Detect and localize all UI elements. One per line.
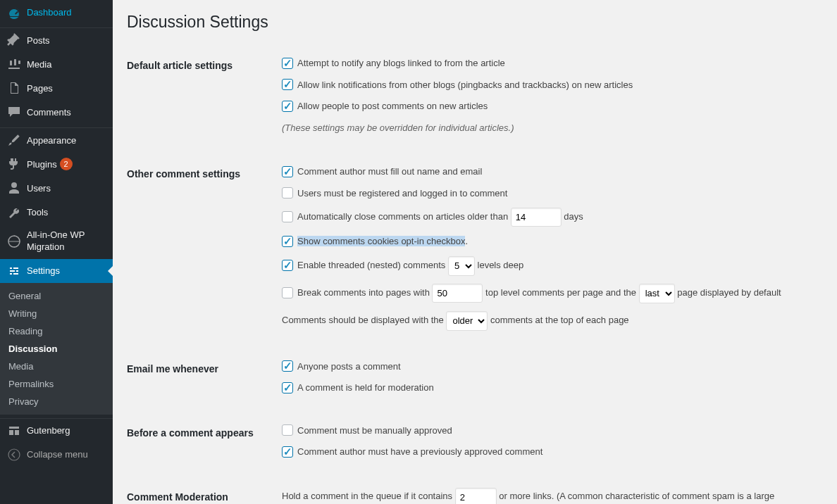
svg-point-1 <box>8 449 20 460</box>
row-allow-pingbacks[interactable]: Allow link notifications from other blog… <box>282 78 816 92</box>
label-text: levels deep <box>475 260 523 270</box>
label-text: Attempt to notify any blogs linked to fr… <box>297 58 505 68</box>
input-comments-per-page[interactable] <box>432 284 483 303</box>
label-text: Hold a comment in the queue if it contai… <box>282 491 455 501</box>
sidebar-item-settings[interactable]: Settings <box>0 259 113 283</box>
row-prev-approved[interactable]: Comment author must have a previously ap… <box>282 445 816 459</box>
sidebar-label: All-in-One WP Migration <box>27 229 106 253</box>
row-email-moderation[interactable]: A comment is held for moderation <box>282 381 816 395</box>
submenu-general[interactable]: General <box>0 287 113 305</box>
checkbox-email-new[interactable] <box>282 360 293 372</box>
settings-submenu: General Writing Reading Discussion Media… <box>0 283 113 415</box>
page-title: Discussion Settings <box>127 13 823 32</box>
row-email-new-comment[interactable]: Anyone posts a comment <box>282 360 816 374</box>
admin-sidebar: Dashboard Posts Media Pages Comments App… <box>0 0 113 504</box>
brush-icon <box>7 133 21 147</box>
label-text: days <box>562 211 583 222</box>
section-default-article: Default article settings <box>127 46 275 154</box>
sidebar-item-media[interactable]: Media <box>0 52 113 76</box>
row-name-email[interactable]: Comment author must fill out name and em… <box>282 165 816 179</box>
section-moderation: Comment Moderation <box>127 477 275 505</box>
submenu-reading[interactable]: Reading <box>0 322 113 340</box>
row-notify-blogs[interactable]: Attempt to notify any blogs linked to fr… <box>282 56 816 70</box>
users-icon <box>7 181 21 195</box>
sidebar-item-posts[interactable]: Posts <box>0 28 113 52</box>
checkbox-autoclose[interactable] <box>282 211 293 222</box>
sidebar-item-dashboard[interactable]: Dashboard <box>0 0 113 24</box>
checkbox-allow-comments[interactable] <box>282 101 293 112</box>
sidebar-label: Tools <box>27 207 48 218</box>
sidebar-label: Media <box>27 59 51 70</box>
select-thread-depth[interactable]: 5 <box>448 256 475 276</box>
label-text: comments at the top of each page <box>488 315 628 325</box>
comments-icon <box>7 105 21 119</box>
input-max-links[interactable] <box>455 488 497 505</box>
label-text: or more links. (A common characteristic … <box>497 491 774 501</box>
override-note: (These settings may be overridden for in… <box>282 121 816 135</box>
pin-icon <box>7 33 21 47</box>
row-threaded[interactable]: Enable threaded (nested) comments 5 leve… <box>282 256 816 276</box>
checkbox-paginate[interactable] <box>282 287 293 298</box>
checkbox-prev-approved[interactable] <box>282 446 293 458</box>
section-email-me: Email me whenever <box>127 349 275 413</box>
sidebar-item-comments[interactable]: Comments <box>0 100 113 124</box>
sidebar-label: Gutenberg <box>27 425 70 436</box>
sidebar-item-users[interactable]: Users <box>0 176 113 200</box>
label-text: Comment author must fill out name and em… <box>297 166 482 177</box>
label-text: Anyone posts a comment <box>297 361 401 372</box>
sidebar-label: Settings <box>27 265 60 276</box>
collapse-menu[interactable]: Collapse menu <box>0 443 113 467</box>
sidebar-label: Plugins <box>27 159 57 170</box>
section-other-comment: Other comment settings <box>127 154 275 349</box>
select-default-page[interactable]: last <box>639 284 675 303</box>
pages-icon <box>7 81 21 95</box>
label-text: A comment is held for moderation <box>297 382 434 393</box>
sidebar-label: Comments <box>27 107 71 118</box>
update-count-badge: 2 <box>60 158 73 170</box>
submenu-permalinks[interactable]: Permalinks <box>0 375 113 393</box>
row-paginate[interactable]: Break comments into pages with top level… <box>282 284 816 303</box>
label-text: Automatically close comments on articles… <box>297 211 511 222</box>
dashboard-icon <box>7 5 21 19</box>
checkbox-allow-pingbacks[interactable] <box>282 79 293 90</box>
checkbox-email-moderation[interactable] <box>282 382 293 393</box>
checkbox-name-email[interactable] <box>282 166 293 177</box>
label-text: top level comments per page and the <box>483 287 638 298</box>
label-text: Comments should be displayed with the <box>282 315 446 325</box>
checkbox-notify-blogs[interactable] <box>282 58 293 69</box>
checkbox-cookies-optin[interactable] <box>282 236 293 247</box>
tools-icon <box>7 205 21 219</box>
plugin-icon <box>7 157 21 171</box>
row-autoclose[interactable]: Automatically close comments on articles… <box>282 208 816 227</box>
row-allow-comments[interactable]: Allow people to post comments on new art… <box>282 99 816 113</box>
row-cookies-optin[interactable]: Show comments cookies opt-in checkbox. <box>282 234 816 248</box>
submenu-writing[interactable]: Writing <box>0 305 113 322</box>
collapse-label: Collapse menu <box>27 449 88 460</box>
sidebar-item-gutenberg[interactable]: Gutenberg <box>0 419 113 443</box>
checkbox-registered[interactable] <box>282 187 293 199</box>
settings-icon <box>7 264 21 278</box>
checkbox-manual-approve[interactable] <box>282 424 293 436</box>
submenu-privacy[interactable]: Privacy <box>0 393 113 410</box>
sidebar-item-pages[interactable]: Pages <box>0 76 113 100</box>
label-text: Comment author must have a previously ap… <box>297 446 542 457</box>
row-registered[interactable]: Users must be registered and logged in t… <box>282 187 816 201</box>
sidebar-item-tools[interactable]: Tools <box>0 200 113 224</box>
label-text: Comment must be manually approved <box>297 425 452 436</box>
sidebar-label: Posts <box>27 35 50 46</box>
sidebar-item-plugins[interactable]: Plugins 2 <box>0 152 113 176</box>
label-text: Show comments cookies opt-in checkbox <box>297 236 465 246</box>
select-comment-order[interactable]: older <box>446 311 488 331</box>
input-autoclose-days[interactable] <box>511 208 562 227</box>
sidebar-label: Users <box>27 183 51 194</box>
checkbox-threaded[interactable] <box>282 260 293 271</box>
media-icon <box>7 57 21 71</box>
submenu-media[interactable]: Media <box>0 358 113 375</box>
submenu-discussion[interactable]: Discussion <box>0 340 113 358</box>
sidebar-item-appearance[interactable]: Appearance <box>0 128 113 152</box>
sidebar-item-aio-migration[interactable]: All-in-One WP Migration <box>0 224 113 259</box>
sidebar-label: Dashboard <box>27 7 72 18</box>
row-manual-approve[interactable]: Comment must be manually approved <box>282 424 816 438</box>
sidebar-label: Pages <box>27 83 53 94</box>
section-before-appears: Before a comment appears <box>127 413 275 477</box>
